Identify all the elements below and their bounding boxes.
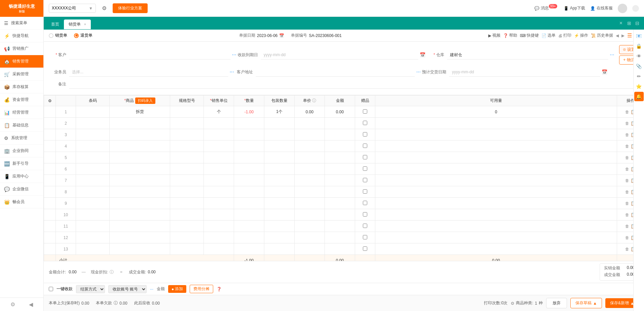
method-select[interactable]: 结算方式 xyxy=(76,285,105,293)
sidebar-item-enterprise[interactable]: 🏢 企业协同 xyxy=(0,145,43,157)
sidebar-item-capital[interactable]: 💰 资金管理 xyxy=(0,93,43,106)
td-product-1[interactable]: 拆货 xyxy=(110,106,170,118)
td-spec-1[interactable] xyxy=(170,106,204,118)
help-action[interactable]: ❓ 帮助 xyxy=(503,33,517,38)
gift-c12[interactable] xyxy=(363,235,367,239)
rp-lock-icon[interactable]: 🔒 xyxy=(634,41,644,51)
th-settings[interactable]: ⚙ xyxy=(44,95,56,106)
sidebar-item-basic-info[interactable]: 📋 基础信息 xyxy=(0,119,43,132)
add-payment-button[interactable]: ● 添加 xyxy=(168,285,186,293)
scan-btn[interactable]: 扫码录入 xyxy=(135,98,155,104)
sidebar-item-purchase[interactable]: 🛒 采购管理 xyxy=(0,68,43,81)
radio-return[interactable]: 退货单 xyxy=(74,33,92,38)
operate-action[interactable]: ⚡ 操作 xyxy=(574,33,588,38)
sidebar-item-inventory[interactable]: 📦 库存核算 xyxy=(0,81,43,93)
radio-sales[interactable]: 销货单 xyxy=(49,33,67,38)
notes-input[interactable] xyxy=(69,79,639,89)
grid-icon[interactable]: ⊟ xyxy=(633,21,641,26)
unit-price-info-icon[interactable]: ⓘ xyxy=(312,98,316,103)
salesperson-input[interactable]: 选择... xyxy=(69,67,228,77)
sidebar-item-system[interactable]: ⚙ 系统管理 xyxy=(0,132,43,145)
gift-c10[interactable] xyxy=(363,212,367,217)
trial-button[interactable]: 体验行业方案 xyxy=(113,3,148,13)
sidebar-item-app-center[interactable]: 📱 应用中心 xyxy=(0,170,43,183)
due-date-input[interactable]: yyyy-mm-dd xyxy=(261,50,418,60)
del9[interactable]: 🗑 xyxy=(625,201,629,206)
td-price-1[interactable]: 0.00 xyxy=(295,106,325,118)
account-select[interactable]: 收款账号 账号 xyxy=(108,285,147,293)
tab-close-icon[interactable]: × xyxy=(84,23,86,26)
sidebar-item-wechat[interactable]: 💬 企业微信 xyxy=(0,183,43,196)
expense-button[interactable]: 费用分摊 xyxy=(190,285,213,293)
discard-button[interactable]: 放弃 xyxy=(546,298,567,308)
one-click-checkbox[interactable] xyxy=(49,287,53,291)
gift-c5[interactable] xyxy=(363,155,367,159)
print-action[interactable]: 🖨 打印 xyxy=(558,33,571,38)
td-amount-1[interactable]: 0.00 xyxy=(325,106,355,118)
gift-c13[interactable] xyxy=(363,246,367,251)
delivery-calendar-icon[interactable]: 📅 xyxy=(600,69,609,75)
nav-next-icon[interactable]: ▶ xyxy=(621,33,624,38)
sidebar-collapse-icon[interactable]: ◀ xyxy=(29,301,33,308)
sidebar-item-operation[interactable]: 📊 经营管理 xyxy=(0,106,43,119)
del5[interactable]: 🗑 xyxy=(625,155,629,160)
sidebar-item-marketing[interactable]: 📢 营销推广 xyxy=(0,42,43,55)
del10[interactable]: 🗑 xyxy=(625,212,629,217)
rp-notification-icon[interactable]: 🔔 xyxy=(634,92,644,101)
due-date-calendar-icon[interactable]: 📅 xyxy=(418,52,427,57)
del2[interactable]: 🗑 xyxy=(625,121,629,126)
del3[interactable]: 🗑 xyxy=(625,132,629,137)
sidebar-item-member[interactable]: 👑 畅会员 xyxy=(0,196,43,208)
warehouse-input[interactable]: 建材仓 xyxy=(447,50,609,60)
payment-more-icon[interactable]: ··· xyxy=(150,287,153,291)
salesperson-more-icon[interactable]: ··· xyxy=(228,69,235,75)
sidebar-item-quick-nav[interactable]: ⚡ 快捷导航 xyxy=(0,30,43,42)
message-button[interactable]: 💬 消息 99+ xyxy=(534,5,559,11)
tab-home[interactable]: 首页 xyxy=(46,20,64,29)
del11[interactable]: 🗑 xyxy=(625,224,629,229)
close-panel-icon[interactable]: × xyxy=(617,20,625,26)
sidebar-settings-icon[interactable]: ⚙ xyxy=(10,301,15,308)
gift-c4[interactable] xyxy=(363,144,367,148)
address-more-icon[interactable]: ··· xyxy=(415,69,422,75)
warehouse-more-icon[interactable]: ··· xyxy=(608,52,615,58)
del13[interactable]: 🗑 xyxy=(625,247,629,251)
settings-button[interactable]: ⚙ xyxy=(99,4,109,13)
del12[interactable]: 🗑 xyxy=(625,235,629,240)
customer-input[interactable] xyxy=(69,50,231,60)
td-unit-1[interactable]: 个 xyxy=(204,106,234,118)
company-selector[interactable]: XXXXXX公司 ▼ xyxy=(49,4,96,13)
td-barcode-1[interactable] xyxy=(76,106,110,118)
rp-eye-icon[interactable]: 👁 xyxy=(634,51,644,61)
list-view-icon[interactable]: ☰ xyxy=(627,32,632,39)
select-action[interactable]: 📄 选单 xyxy=(541,33,556,38)
sidebar-item-guide[interactable]: 🆕 新手引导 xyxy=(0,157,43,170)
td-packqty-1[interactable]: 1个 xyxy=(264,106,295,118)
user-avatar[interactable] xyxy=(618,4,627,13)
rp-message-icon[interactable]: 📧 xyxy=(634,31,644,41)
sidebar-item-search[interactable]: ☰ 搜索菜单 xyxy=(0,17,43,30)
gift-c8[interactable] xyxy=(363,189,367,194)
customer-address-input[interactable] xyxy=(256,67,415,77)
save-draft-button[interactable]: 保存草稿 ▲ xyxy=(570,298,602,308)
del4[interactable]: 🗑 xyxy=(625,144,629,149)
goods-radio-icon[interactable]: ⊙ xyxy=(511,301,514,306)
del6[interactable]: 🗑 xyxy=(625,167,629,171)
expand-icon[interactable]: ⊞ xyxy=(625,21,633,26)
expense-help-icon[interactable]: ❓ xyxy=(217,287,222,291)
video-action[interactable]: ▶ 视频 xyxy=(488,33,500,38)
gift-c7[interactable] xyxy=(363,178,367,182)
gift-checkbox-2[interactable] xyxy=(363,121,367,125)
owed-info-icon[interactable]: ⓘ xyxy=(114,300,118,306)
sidebar-item-sales[interactable]: 🏠 销售管理 xyxy=(0,55,43,68)
gift-c11[interactable] xyxy=(363,224,367,228)
td-gift-1[interactable] xyxy=(355,106,375,118)
customer-more-icon[interactable]: ··· xyxy=(231,52,238,58)
delete-icon-1[interactable]: 🗑 xyxy=(625,110,629,114)
tab-sales-order[interactable]: 销货单 × xyxy=(64,20,91,29)
nav-prev-icon[interactable]: ◀ xyxy=(616,33,619,38)
del7[interactable]: 🗑 xyxy=(625,178,629,183)
del8[interactable]: 🗑 xyxy=(625,190,629,194)
history-action[interactable]: 📜 历史单据 xyxy=(591,33,613,38)
rp-attach-icon[interactable]: 📎 xyxy=(634,62,644,71)
